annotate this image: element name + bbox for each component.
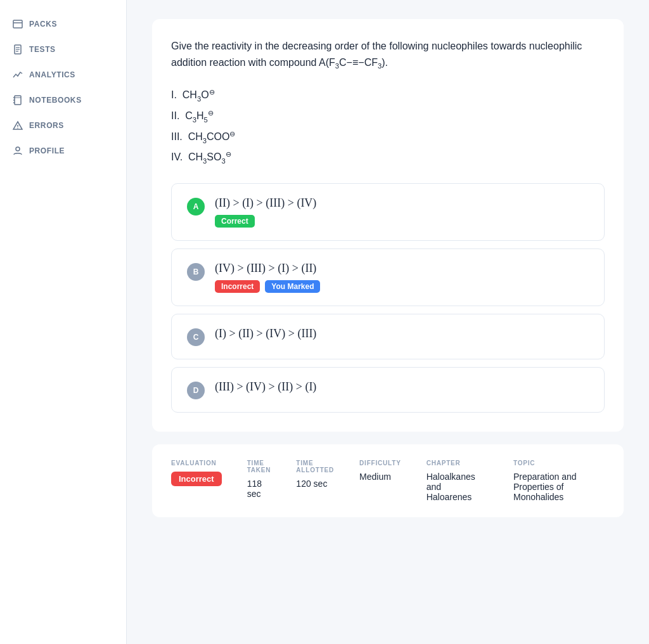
question-card: Give the reactivity in the decreasing or… [152, 19, 624, 432]
option-b-badge: B [187, 263, 205, 281]
chapter-col: CHAPTER Haloalkanes and Haloarenes [427, 460, 488, 502]
nucleophile-item-3: III. CH3COO⊖ [171, 127, 605, 148]
evaluation-col: EVALUATION Incorrect [171, 460, 222, 486]
option-b-content: (IV) > (III) > (I) > (II) Incorrect You … [215, 262, 589, 293]
difficulty-value: Medium [359, 472, 401, 482]
tests-icon [13, 44, 23, 55]
chapter-value: Haloalkanes and Haloarenes [427, 472, 488, 502]
nucleophile-item-2: II. C3H5⊖ [171, 106, 605, 127]
notebooks-label: NOTEBOOKS [29, 96, 82, 105]
option-d-formula: (III) > (IV) > (II) > (I) [215, 380, 589, 394]
topic-col: TOPIC Preparation and Properties of Mono… [513, 460, 605, 502]
option-d-card[interactable]: D (III) > (IV) > (II) > (I) [171, 367, 605, 413]
time-allotted-col: TIME ALLOTTED 120 sec [296, 460, 334, 489]
incorrect-tag: Incorrect [215, 280, 260, 293]
option-a-content: (II) > (I) > (III) > (IV) Correct [215, 196, 589, 228]
time-allotted-value: 120 sec [296, 479, 334, 489]
option-d-badge: D [187, 382, 205, 399]
option-a-formula: (II) > (I) > (III) > (IV) [215, 196, 589, 210]
topic-value: Preparation and Properties of Monohalide… [513, 472, 605, 502]
svg-rect-6 [15, 96, 21, 105]
errors-label: ERRORS [29, 121, 64, 130]
option-b-tags: Incorrect You Marked [215, 280, 589, 293]
option-c-card[interactable]: C (I) > (II) > (IV) > (III) [171, 314, 605, 359]
question-text: Give the reactivity in the decreasing or… [171, 38, 605, 72]
sidebar-item-notebooks[interactable]: NOTEBOOKS [0, 89, 126, 112]
time-taken-label: TIME TAKEN [247, 460, 271, 473]
option-a-tags: Correct [215, 215, 589, 228]
topic-label: TOPIC [513, 460, 605, 467]
packs-icon [13, 19, 23, 29]
time-taken-value: 118 sec [247, 479, 271, 499]
footer-info: EVALUATION Incorrect TIME TAKEN 118 sec … [152, 444, 624, 517]
option-c-formula: (I) > (II) > (IV) > (III) [215, 327, 589, 340]
nucleophile-item-4: IV. CH3SO3⊖ [171, 147, 605, 168]
option-c-content: (I) > (II) > (IV) > (III) [215, 327, 589, 345]
option-a-card[interactable]: A (II) > (I) > (III) > (IV) Correct [171, 183, 605, 241]
packs-label: PACKS [29, 20, 57, 29]
you-marked-tag: You Marked [265, 280, 320, 293]
errors-icon [13, 120, 23, 131]
analytics-icon [13, 70, 23, 80]
notebooks-icon [13, 95, 23, 105]
correct-tag: Correct [215, 215, 255, 228]
nucleophile-list: I. CH3O⊖ II. C3H5⊖ III. CH3COO⊖ IV. CH3S… [171, 85, 605, 169]
difficulty-col: DIFFICULTY Medium [359, 460, 401, 482]
svg-rect-0 [13, 20, 22, 28]
tests-label: TESTS [29, 45, 56, 54]
option-d-content: (III) > (IV) > (II) > (I) [215, 380, 589, 399]
options-container: A (II) > (I) > (III) > (IV) Correct B (I… [171, 183, 605, 413]
sidebar: PACKS TESTS ANALYTICS [0, 0, 127, 644]
difficulty-label: DIFFICULTY [359, 460, 401, 467]
analytics-label: ANALYTICS [29, 70, 75, 79]
sidebar-item-tests[interactable]: TESTS [0, 38, 126, 61]
evaluation-label: EVALUATION [171, 460, 222, 467]
sidebar-item-packs[interactable]: PACKS [0, 13, 126, 35]
nucleophile-item-1: I. CH3O⊖ [171, 85, 605, 106]
profile-icon [13, 146, 23, 156]
main-content: Give the reactivity in the decreasing or… [127, 0, 649, 644]
time-taken-col: TIME TAKEN 118 sec [247, 460, 271, 499]
svg-point-13 [17, 127, 18, 129]
sidebar-item-analytics[interactable]: ANALYTICS [0, 63, 126, 86]
chapter-label: CHAPTER [427, 460, 488, 467]
option-b-formula: (IV) > (III) > (I) > (II) [215, 262, 589, 275]
time-allotted-label: TIME ALLOTTED [296, 460, 334, 473]
option-a-badge: A [187, 198, 205, 216]
profile-label: PROFILE [29, 146, 65, 155]
sidebar-item-profile[interactable]: PROFILE [0, 139, 126, 162]
evaluation-value: Incorrect [171, 472, 222, 486]
option-b-card[interactable]: B (IV) > (III) > (I) > (II) Incorrect Yo… [171, 248, 605, 306]
sidebar-item-errors[interactable]: ERRORS [0, 114, 126, 137]
svg-point-14 [16, 147, 20, 151]
option-c-badge: C [187, 328, 205, 346]
